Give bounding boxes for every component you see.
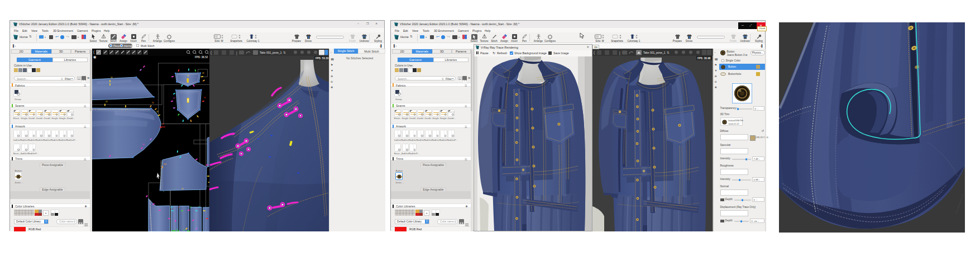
svg-text:49: 49 — [202, 72, 204, 74]
svg-text:48: 48 — [187, 75, 189, 77]
svg-text:Take 001_pose_1: Take 001_pose_1 — [643, 51, 666, 54]
svg-text:⇅: ⇅ — [283, 51, 286, 54]
svg-text:|: | — [619, 51, 620, 55]
svg-text:340: 340 — [170, 206, 174, 208]
svg-text:FPS: 53.33: FPS: 53.33 — [315, 57, 329, 60]
svg-text:♡: ♡ — [168, 191, 169, 193]
svg-text:16: 16 — [198, 206, 200, 208]
svg-text:346: 346 — [164, 163, 167, 165]
svg-text:58: 58 — [156, 111, 159, 113]
svg-text:34: 34 — [111, 77, 113, 79]
svg-text:52: 52 — [204, 97, 206, 99]
svg-text:58: 58 — [142, 144, 145, 146]
svg-text:Take 001_pose_1: Take 001_pose_1 — [260, 51, 282, 54]
svg-text:×: × — [163, 191, 164, 193]
svg-text:|: | — [236, 51, 237, 55]
svg-text:50: 50 — [152, 102, 154, 104]
svg-text:57: 57 — [173, 97, 175, 99]
svg-text:53: 53 — [106, 101, 108, 103]
svg-text:⇅: ⇅ — [667, 51, 670, 54]
svg-text:90: 90 — [181, 188, 184, 190]
svg-text:8: 8 — [179, 206, 180, 208]
svg-text:✺: ✺ — [93, 55, 97, 59]
svg-text:FPS: 30.98: FPS: 30.98 — [697, 57, 711, 60]
svg-text:41: 41 — [190, 206, 192, 208]
svg-text:50: 50 — [162, 123, 164, 125]
svg-text:41: 41 — [176, 229, 178, 231]
svg-text:FPS: 38.52: FPS: 38.52 — [195, 56, 208, 59]
svg-text:4: 4 — [174, 188, 175, 190]
